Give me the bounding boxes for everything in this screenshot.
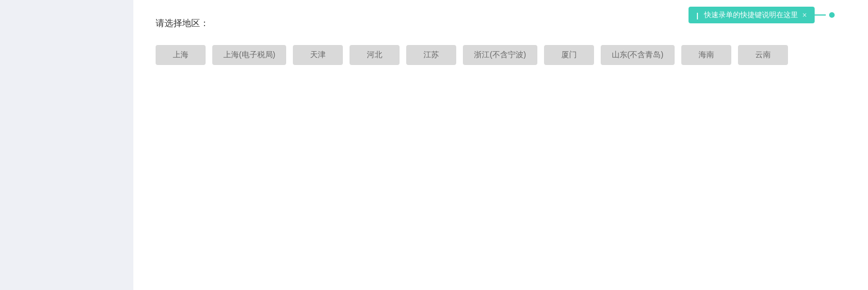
tooltip-text: 快速录单的快捷键说明在这里	[704, 10, 798, 20]
region-button-zhejiang[interactable]: 浙江(不含宁波)	[463, 45, 537, 65]
tooltip-line	[815, 14, 826, 16]
region-button-hebei[interactable]: 河北	[350, 45, 400, 65]
region-button-jiangsu[interactable]: 江苏	[406, 45, 456, 65]
tooltip-container: 快速录单的快捷键说明在这里 ×	[689, 7, 835, 23]
region-grid: 上海上海(电子税局)天津河北江苏浙江(不含宁波)厦门山东(不含青岛)海南云南	[156, 45, 846, 65]
main-content: 请选择地区： 上海上海(电子税局)天津河北江苏浙江(不含宁波)厦门山东(不含青岛…	[133, 0, 868, 290]
region-button-tianjin[interactable]: 天津	[293, 45, 343, 65]
region-button-yunnan[interactable]: 云南	[738, 45, 788, 65]
sidebar	[0, 0, 133, 290]
tooltip-dot	[829, 12, 835, 18]
region-button-shanghai-etax[interactable]: 上海(电子税局)	[212, 45, 286, 65]
region-button-shandong[interactable]: 山东(不含青岛)	[601, 45, 675, 65]
tooltip-bubble: 快速录单的快捷键说明在这里 ×	[689, 7, 815, 23]
region-button-shanghai[interactable]: 上海	[156, 45, 206, 65]
region-button-hainan[interactable]: 海南	[681, 45, 731, 65]
region-button-xiamen[interactable]: 厦门	[544, 45, 594, 65]
tooltip-close-button[interactable]: ×	[802, 11, 807, 19]
